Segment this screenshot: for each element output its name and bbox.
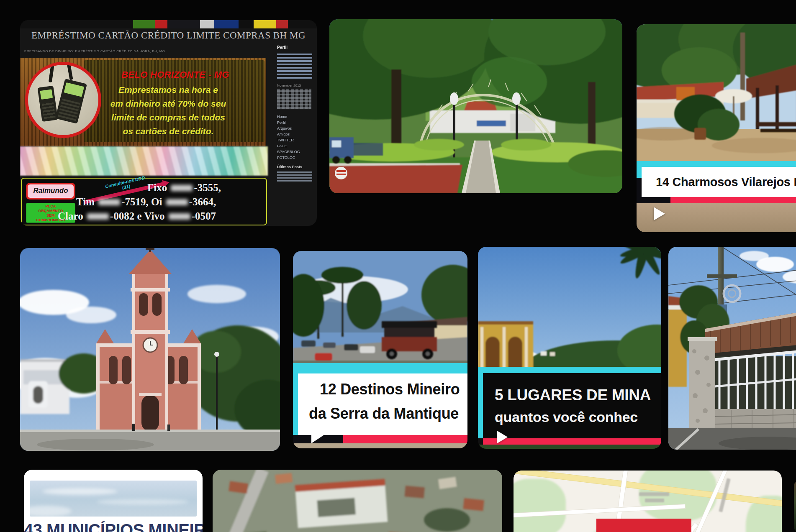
round-sign <box>335 167 347 179</box>
blog-sidebar: Perfil November 2013 Home Perfil Arquivo… <box>277 45 316 223</box>
pin-emprestimo-cartao[interactable]: EMPRÉSTIMO CARTÃO CRÉDITO LIMITE COMPRAS… <box>20 20 317 226</box>
praca-photo <box>329 19 622 193</box>
pin-12-destinos[interactable]: 12 Destinos Mineiro da Serra da Mantique <box>293 251 467 448</box>
phone-line-1: Fixo -3555, <box>147 182 221 194</box>
video-title: 14 Charmosos Vilarejos M <box>656 175 796 189</box>
ad-contact-bar: Raimundo PEÇA ORÇAMENTO SEM COMPROMISSO … <box>21 178 267 225</box>
ad-headline: BELO HORIZONTE - MG <box>87 69 264 80</box>
speech-tail-icon <box>311 435 324 443</box>
censored-number <box>98 199 120 205</box>
ad-image: BELO HORIZONTE - MG Emprestamos na hora … <box>20 58 266 146</box>
stone-wall <box>715 409 796 432</box>
ad-body-line: limite de compras de todos <box>70 110 266 124</box>
sidebar-nav-item: FACE <box>277 143 316 149</box>
calendar-grid <box>277 89 311 109</box>
censored-number <box>166 199 188 205</box>
pin-14-charmosos-vilarejos[interactable]: 14 Charmosos Vilarejos M <box>637 24 796 232</box>
sidebar-link-lines <box>277 52 312 79</box>
video-title-line2: quantos você conhec <box>495 409 638 425</box>
calendar-title: November 2013 <box>277 84 316 87</box>
play-icon[interactable] <box>497 431 508 443</box>
ad-top-banner <box>20 20 317 28</box>
posts-heading: Últimos Posts <box>277 165 316 169</box>
vilarejo-photo <box>637 24 796 161</box>
ad-body-line: em dinheiro até 70% do seu <box>70 97 266 110</box>
play-icon[interactable] <box>654 207 665 220</box>
video-title-line2: da Serra da Mantique <box>309 405 459 422</box>
censored-number <box>171 185 193 191</box>
pin-edge-sliver[interactable] <box>794 481 796 532</box>
map-label <box>645 499 664 502</box>
phone-line-3: Claro -0082 e Vivo -0507 <box>58 210 216 222</box>
estrada-photo <box>293 251 467 376</box>
pin-5-lugares[interactable]: 5 LUGARES DE MINA quantos você conhec <box>478 247 661 449</box>
pin-vista-aerea[interactable] <box>213 470 502 532</box>
aerea-photo <box>213 470 502 532</box>
sidebar-nav-item: SPACEBLOG <box>277 149 316 155</box>
censored-number <box>87 213 109 220</box>
white-shrine <box>28 381 48 408</box>
casa-photo <box>668 247 796 450</box>
sidebar-nav-item: Home <box>277 114 316 120</box>
pin-praca[interactable] <box>329 19 622 193</box>
raimundo-badge: Raimundo <box>26 183 75 200</box>
pin-igreja[interactable] <box>20 248 280 451</box>
posts-lines <box>277 171 312 182</box>
vila-photo <box>478 247 661 376</box>
map-red-marker[interactable] <box>596 519 691 532</box>
pin-43-municipios[interactable]: 43 MUNICÍPIOS MINEIR <box>24 470 203 532</box>
pin-casa-portao[interactable] <box>668 247 796 450</box>
ad-body-line: Emprestamos na hora e <box>70 83 266 97</box>
sidebar-heading: Perfil <box>277 45 316 50</box>
sidebar-nav-item: Perfil <box>277 120 316 125</box>
sidebar-nav-item: TWITTER <box>277 137 316 143</box>
sidebar-nav-item: Amigos <box>277 131 316 137</box>
banknotes-strip <box>20 146 268 176</box>
ad-page-title: EMPRÉSTIMO CARTÃO CRÉDITO LIMITE COMPRAS… <box>20 30 317 41</box>
ad-body-line: os cartões de crédito. <box>70 124 266 138</box>
ad-caption: PRECISANDO DE DINHEIRO: EMPRÉSTIMO CARTÃ… <box>24 49 165 53</box>
sidebar-nav-item: FOTOLOG <box>277 155 316 161</box>
video-title: 43 MUNICÍPIOS MINEIR <box>24 521 203 532</box>
sidebar-nav-item: Arquivos <box>277 125 316 131</box>
ceu-photo <box>30 481 197 517</box>
igreja-photo <box>20 248 280 451</box>
censored-number <box>169 213 190 220</box>
video-title-line1: 12 Destinos Mineiro <box>320 381 460 398</box>
phone-line-2: Tim -7519, Oi -3664, <box>76 196 216 208</box>
stone-pillar <box>688 337 717 428</box>
pin-mapa[interactable] <box>514 471 782 532</box>
video-title-line1: 5 LUGARES DE MINA <box>495 386 651 404</box>
map-label <box>639 492 669 496</box>
